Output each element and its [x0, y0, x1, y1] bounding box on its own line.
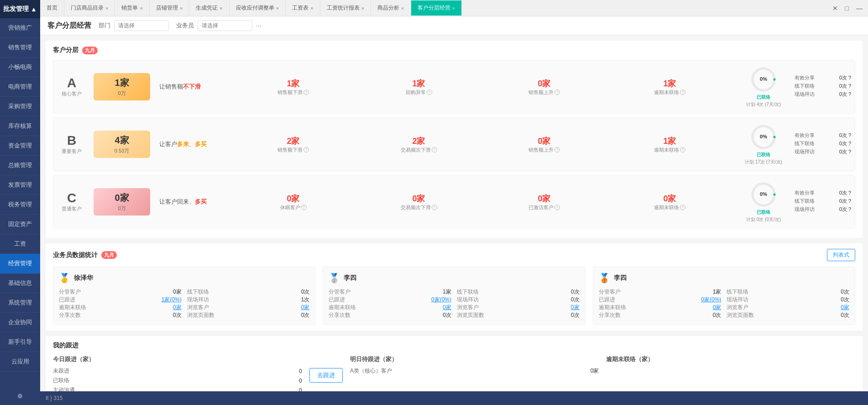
tab-close-spfx[interactable]: ×: [401, 5, 404, 11]
tier-right-row: 线下联络 0次 ?: [795, 198, 851, 205]
rep-stat-val[interactable]: 0家(0%): [431, 296, 451, 304]
info-icon[interactable]: ?: [848, 91, 851, 97]
sidebar-item-zzgl[interactable]: 总账管理: [0, 156, 40, 175]
stat-num: 2家: [275, 136, 312, 147]
stat-label: 已激活客户 ?: [526, 204, 563, 211]
rep-stat-val[interactable]: 1家(0%): [162, 296, 182, 304]
tier-right-label: 现场拜访: [795, 91, 815, 98]
info-icon[interactable]: ?: [848, 149, 851, 154]
stat-item: 0家 休眠客户 ?: [275, 193, 312, 211]
info-icon[interactable]: ?: [680, 205, 685, 210]
sidebar-item-yxts[interactable]: 营销推广: [0, 18, 40, 38]
minimize-window-icon[interactable]: —: [854, 4, 864, 13]
sidebar-item-fpgl[interactable]: 发票管理: [0, 175, 40, 195]
rep-medal: 🥉: [599, 273, 610, 284]
go-followup-button[interactable]: 去跟进: [309, 368, 343, 383]
sidebar-item-gz[interactable]: 工资: [0, 234, 40, 254]
tab-dcgl[interactable]: 店铺管理×: [150, 0, 189, 16]
sidebar-item-xsgl[interactable]: 销售管理: [0, 38, 40, 58]
tab-scpz[interactable]: 生成凭证×: [189, 0, 229, 16]
dept-select[interactable]: [114, 20, 169, 31]
tab-spfx[interactable]: 商品分析×: [371, 0, 411, 16]
tab-close-gzb[interactable]: ×: [310, 5, 313, 11]
close-window-icon[interactable]: ✕: [831, 4, 840, 13]
info-icon[interactable]: ?: [848, 75, 851, 80]
sidebar-item-xdds[interactable]: 小畅电商: [0, 58, 40, 77]
sidebar-top[interactable]: 批发管理 ▲: [0, 0, 40, 18]
sidebar-item-zjgl[interactable]: 资金管理: [0, 136, 40, 156]
info-icon[interactable]: ?: [848, 132, 851, 138]
customer-month-badge: 九月: [82, 47, 98, 54]
info-icon[interactable]: ?: [301, 205, 307, 210]
info-icon[interactable]: ?: [432, 205, 437, 210]
sidebar-item-jcxx[interactable]: 基础信息: [0, 274, 40, 293]
sidebar-item-jygl[interactable]: 经营管理: [0, 254, 40, 274]
tab-close-xhd[interactable]: ×: [140, 5, 142, 11]
info-icon[interactable]: ?: [848, 198, 851, 204]
tab-ysyftzd[interactable]: 应收应付调整单×: [230, 0, 286, 16]
tier-name-b: 重要客户: [59, 148, 84, 155]
list-view-button[interactable]: 列表式: [827, 249, 855, 261]
info-icon[interactable]: ?: [554, 205, 560, 210]
info-icon[interactable]: ?: [848, 190, 851, 195]
circle-sublabel: 已联络: [757, 152, 770, 158]
info-icon[interactable]: ?: [680, 89, 685, 95]
rep-stats-left: 分管客户 1家 已跟进 0家(0%) 逾期未联络 0家 分享次数 0次: [599, 288, 722, 319]
sidebar-item-qyxy[interactable]: 企业协同: [0, 313, 40, 332]
progress-circle: 0%: [750, 123, 777, 151]
tab-close-dcgl[interactable]: ×: [180, 5, 183, 11]
tab-close-ysyftzd[interactable]: ×: [276, 5, 279, 11]
more-filter-icon[interactable]: ···: [256, 22, 261, 29]
tier-label-a: A 核心客户: [53, 77, 90, 97]
restore-window-icon[interactable]: □: [843, 4, 851, 13]
info-icon[interactable]: ?: [303, 89, 309, 95]
tab-xhd[interactable]: 销货单×: [115, 0, 149, 16]
info-icon[interactable]: ?: [554, 89, 560, 95]
rep-stat-label: 逾期未联络: [599, 304, 626, 311]
sidebar-bottom-settings[interactable]: ⚙: [0, 387, 40, 405]
info-icon[interactable]: ?: [432, 147, 437, 153]
rep-stat-label: 线下联络: [457, 288, 479, 296]
info-icon[interactable]: ?: [554, 147, 560, 153]
rep-stat-val[interactable]: 0家: [173, 304, 182, 311]
sidebar-item-xtgl[interactable]: 系统管理: [0, 293, 40, 313]
tab-khfcjy[interactable]: 客户分层经营×: [411, 0, 462, 16]
tab-close-gztjbb[interactable]: ×: [361, 5, 364, 11]
rep-stat-val[interactable]: 0家: [713, 304, 722, 311]
rep-stat-val[interactable]: 0家: [301, 304, 310, 311]
tier-right-val: 0次 ?: [839, 74, 851, 81]
info-icon[interactable]: ?: [427, 89, 432, 95]
stat-label: 逾期未联络 ?: [652, 89, 688, 96]
rep-stat-row: 现场拜访 0次: [727, 296, 849, 304]
info-icon[interactable]: ?: [848, 206, 851, 212]
rep-header: 🥉 李四: [599, 273, 849, 284]
sidebar-item-kchs[interactable]: 库存核算: [0, 116, 40, 136]
tab-close-khfcjy[interactable]: ×: [452, 5, 455, 11]
tab-mdspmj[interactable]: 门店商品目录×: [64, 0, 115, 16]
sidebar-item-cggl[interactable]: 采购管理: [0, 97, 40, 116]
tab-home[interactable]: 首页: [40, 0, 64, 16]
rep-stat-val[interactable]: 0家: [571, 304, 580, 311]
rep-stat-val[interactable]: 0家(0%): [701, 296, 721, 304]
tab-close-scpz[interactable]: ×: [220, 5, 222, 11]
sidebar-item-ssgl[interactable]: 税务管理: [0, 195, 40, 215]
info-icon[interactable]: ?: [303, 147, 309, 153]
sidebar-item-xsyd[interactable]: 新手引导: [0, 332, 40, 352]
sidebar-item-dsgl[interactable]: 电商管理: [0, 77, 40, 97]
sidebar-item-yyyy[interactable]: 云应用: [0, 352, 40, 372]
rep-stat-val[interactable]: 0家: [841, 304, 849, 311]
stat-num: 1家: [652, 78, 688, 89]
info-icon[interactable]: ?: [848, 83, 851, 89]
stat-num: 2家: [401, 136, 437, 147]
tier-rows: A 核心客户 1家 0万 让销售额不下滑 1家 销售额下滑 ? 1家: [53, 60, 855, 229]
rep-stat-row: 分管客户 1家: [329, 288, 451, 296]
rep-stat-val[interactable]: 0家: [443, 304, 451, 311]
tab-close-mdspmj[interactable]: ×: [105, 5, 108, 11]
sales-select[interactable]: [198, 20, 252, 31]
info-icon[interactable]: ?: [848, 141, 851, 146]
sidebar-item-gdzy[interactable]: 固定资产: [0, 215, 40, 234]
info-icon[interactable]: ?: [680, 147, 685, 153]
tier-letter-b: B: [59, 134, 84, 147]
tab-gzb[interactable]: 工资表×: [286, 0, 320, 16]
tab-gztjbb[interactable]: 工资统计报表×: [320, 0, 371, 16]
